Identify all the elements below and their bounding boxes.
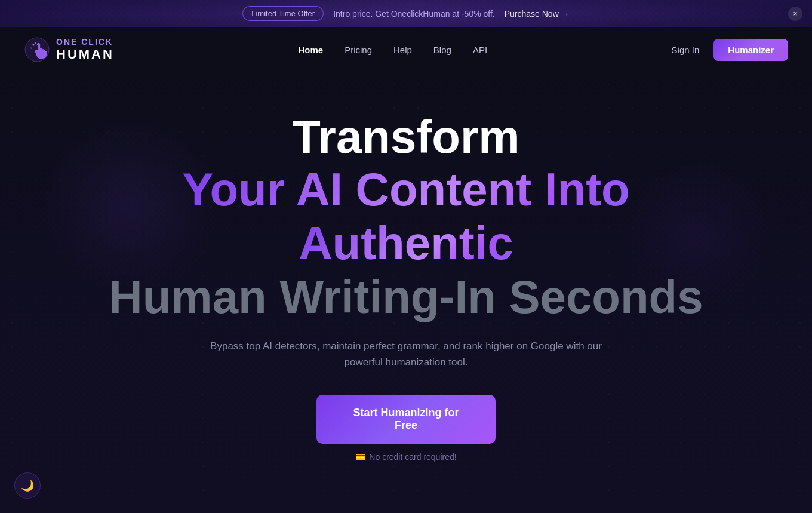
logo-icon	[24, 36, 50, 63]
hero-title-authentic: Authentic	[299, 217, 513, 271]
hero-subtitle: Bypass top AI detectors, maintain perfec…	[197, 338, 615, 370]
logo[interactable]: ONE CLICK HUMAN	[24, 36, 114, 63]
logo-text-one: ONE CLICK	[56, 38, 113, 47]
no-credit-card-notice: 💳 No credit card required!	[355, 452, 456, 462]
purchase-now-button[interactable]: Purchase Now →	[505, 9, 570, 19]
nav-help[interactable]: Help	[393, 45, 412, 55]
svg-point-3	[35, 42, 36, 44]
nav-links: Home Pricing Help Blog API	[298, 45, 487, 55]
credit-card-emoji: 💳	[355, 452, 365, 462]
hero-title-gradient: Your AI Content Into	[182, 163, 630, 217]
hero-title-transform: Transform	[292, 112, 519, 163]
no-credit-card-text: No credit card required!	[369, 452, 456, 462]
navbar: ONE CLICK HUMAN Home Pricing Help Blog A…	[0, 27, 812, 72]
hero-title-human-writing: Human Writing-In Seconds	[109, 271, 703, 324]
nav-api[interactable]: API	[473, 45, 487, 55]
logo-text: ONE CLICK HUMAN	[56, 38, 114, 62]
nav-pricing[interactable]: Pricing	[345, 45, 372, 55]
nav-blog[interactable]: Blog	[433, 45, 451, 55]
humanizer-button[interactable]: Humanizer	[713, 39, 788, 61]
sign-in-link[interactable]: Sign In	[672, 45, 700, 55]
announcement-bar: Limited Time Offer Intro price. Get Onec…	[0, 0, 812, 27]
start-humanizing-button[interactable]: Start Humanizing for Free	[316, 395, 496, 444]
theme-toggle-button[interactable]: 🌙	[14, 472, 41, 499]
limited-offer-badge: Limited Time Offer	[242, 6, 324, 21]
logo-text-human: HUMAN	[56, 47, 114, 62]
nav-home[interactable]: Home	[298, 45, 323, 55]
announcement-text: Intro price. Get OneclickHuman at -50% o…	[333, 9, 495, 19]
hero-section: Transform Your AI Content Into Authentic…	[0, 72, 812, 513]
nav-right: Sign In Humanizer	[672, 39, 788, 61]
announcement-close-button[interactable]: ×	[788, 7, 802, 21]
